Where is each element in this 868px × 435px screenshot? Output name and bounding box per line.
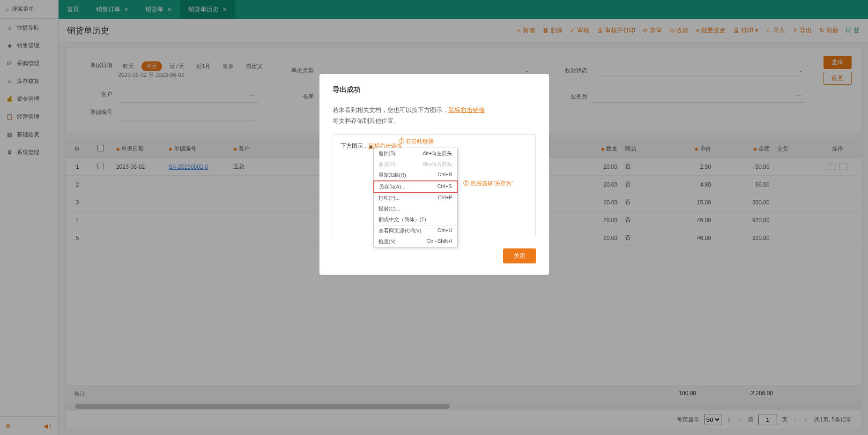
export-success-modal: 导出成功 若未看到相关文档，您也可以按下方图示，鼠标右击链接 将文档存储到其他位… <box>319 74 549 275</box>
modal-body: 若未看到相关文档，您也可以按下方图示，鼠标右击链接 将文档存储到其他位置。 <box>333 105 536 127</box>
callout-2: ② 然后选择"另存为" <box>463 180 514 188</box>
ctx-label: 前进(F) <box>378 161 395 168</box>
ctx-shortcut: Ctrl+R <box>438 172 452 179</box>
ctx-shortcut: Ctrl+U <box>438 227 452 234</box>
ctx-label: 投射(C)... <box>378 205 400 212</box>
modal-actions: 关闭 <box>333 248 536 263</box>
ctx-shortcut: Alt+向右箭头 <box>423 161 452 168</box>
ctx-label: 返回(B) <box>378 150 396 157</box>
modal-title: 导出成功 <box>333 85 536 94</box>
context-menu-illustration: 返回(B)Alt+向左箭头前进(F)Alt+向右箭头重新加载(R)Ctrl+R另… <box>373 148 458 248</box>
instruction-diagram: 下方图示，鼠标右击链接 ➤ ① 右击此链接 返回(B)Alt+向左箭头前进(F)… <box>333 134 536 237</box>
ctx-label: 查看网页源代码(V) <box>378 227 422 234</box>
ctx-item: 另存为(A)...Ctrl+S <box>373 180 458 193</box>
close-button[interactable]: 关闭 <box>503 248 536 263</box>
ctx-item: 投射(C)... <box>374 203 457 214</box>
ctx-item: 查看网页源代码(V)Ctrl+U <box>374 225 457 236</box>
ctx-item: 检查(N)Ctrl+Shift+I <box>374 236 457 247</box>
ctx-item: 打印(P)...Ctrl+P <box>374 193 457 203</box>
modal-overlay[interactable]: 导出成功 若未看到相关文档，您也可以按下方图示，鼠标右击链接 将文档存储到其他位… <box>0 0 868 435</box>
ctx-label: 另存为(A)... <box>379 183 406 190</box>
ctx-item: 重新加载(R)Ctrl+R <box>374 170 457 180</box>
ctx-label: 翻成中文（简体）(T) <box>378 216 426 223</box>
ctx-label: 检查(N) <box>378 238 396 245</box>
cursor-icon: ➤ <box>369 144 373 150</box>
ctx-shortcut: Alt+向左箭头 <box>423 150 452 157</box>
ctx-label: 打印(P)... <box>378 195 400 202</box>
ctx-item: 前进(F)Alt+向右箭头 <box>374 159 457 170</box>
ctx-label: 重新加载(R) <box>378 172 406 179</box>
ctx-shortcut: Ctrl+P <box>438 195 453 202</box>
right-click-link[interactable]: 鼠标右击链接 <box>448 106 485 113</box>
ctx-shortcut: Ctrl+S <box>438 183 452 190</box>
ctx-item: 返回(B)Alt+向左箭头 <box>374 148 457 159</box>
callout-1: ① 右击此链接 <box>399 137 434 145</box>
ctx-shortcut: Ctrl+Shift+I <box>426 238 452 245</box>
ctx-item: 翻成中文（简体）(T) <box>374 214 457 225</box>
